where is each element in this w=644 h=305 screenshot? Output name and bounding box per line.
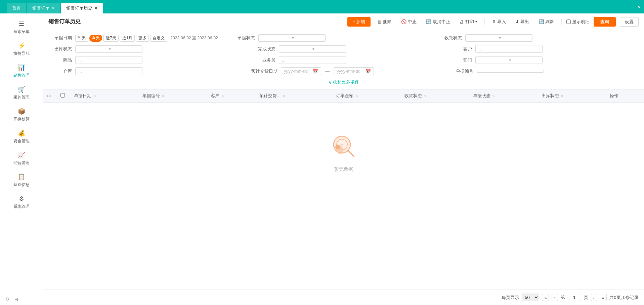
bill-number-input[interactable] [477, 70, 544, 73]
print-button[interactable]: 🖨 打印 ▾ [457, 17, 480, 26]
sidebar-item-search-menu[interactable]: ☰ 搜索菜单 [0, 16, 43, 38]
complete-status-label: 完成状态 [252, 46, 279, 52]
filter-area: 单据日期 昨天 今天 近7天 近1月 更多 自定义 2023-06-02 至 2… [43, 30, 644, 89]
warehouse-field: ... [75, 67, 237, 75]
sidebar-item-ops-mgmt[interactable]: 📈 经营管理 [0, 147, 43, 169]
sort-order-amount-icon: ⇅ [355, 94, 358, 98]
stop-button[interactable]: 🚫 中止 [398, 17, 419, 26]
th-delivery-date[interactable]: 预计交货... ⇅ [255, 89, 332, 103]
page-title: 销售订单历史 [48, 18, 347, 25]
th-bill-number[interactable]: 单据编号 ⇅ [138, 89, 207, 103]
th-customer[interactable]: 客户 ⇅ [207, 89, 255, 103]
salesperson-input[interactable]: ... [279, 56, 346, 64]
topbar-close-btn[interactable]: ✕ [637, 4, 641, 9]
bill-number-label: 单据编号 [450, 68, 477, 74]
sales-mgmt-icon: 📊 [18, 64, 25, 71]
date-btn-7days[interactable]: 近7天 [103, 35, 119, 42]
th-check[interactable] [56, 89, 70, 103]
department-select[interactable]: ▾ [475, 56, 543, 64]
customer-ellipsis[interactable]: ... [478, 46, 482, 51]
page-size-select[interactable]: 50 10 20 100 [522, 294, 539, 301]
product-ellipsis[interactable]: ... [78, 58, 82, 63]
cancel-stop-button[interactable]: 🔄 取消中止 [423, 17, 453, 26]
stop-icon: 🚫 [401, 19, 406, 24]
sidebar-item-sales-mgmt[interactable]: 📊 销售管理 [0, 60, 43, 82]
bill-status-select[interactable]: ▾ [258, 34, 326, 42]
inventory-check-icon: 📦 [18, 108, 25, 115]
sidebar-item-quick-nav[interactable]: ⚡ 快捷导航 [0, 38, 43, 60]
sidebar-item-purchase-mgmt[interactable]: 🛒 采购管理 [0, 82, 43, 104]
page-num-input[interactable] [568, 294, 581, 301]
prev-page-btn[interactable]: ‹ [552, 294, 558, 301]
export-icon: ⬇ [515, 19, 519, 24]
new-button[interactable]: + 新增 [347, 17, 371, 27]
delete-button[interactable]: 🗑 删除 [375, 17, 394, 26]
query-button[interactable]: 查询 [594, 17, 616, 27]
topbar-right: ✕ [637, 4, 644, 9]
date-btn-1month[interactable]: 近1月 [120, 35, 135, 42]
date-btn-custom[interactable]: 自定义 [150, 35, 167, 42]
sidebar-item-sys-mgmt[interactable]: ⚙ 系统管理 [0, 191, 43, 213]
sidebar-settings-icon[interactable]: ⚙ [5, 297, 9, 302]
th-setting[interactable]: ⚙ [43, 89, 56, 103]
th-delivery-date-label: 预计交货... [259, 93, 281, 98]
date-range-display: 2023-06-02 至 2023-06-02 [170, 35, 218, 41]
delivery-date-start[interactable]: yyyy-mm-dd 📅 [281, 67, 321, 75]
warehouse-ellipsis[interactable]: ... [78, 69, 82, 74]
out-status-label: 出库状态 [48, 46, 75, 52]
th-out-status[interactable]: 出库状态 ⇅ [538, 89, 606, 103]
display-detail-checkbox[interactable] [566, 20, 571, 24]
export-button[interactable]: ⬇ 导出 [513, 17, 532, 26]
sort-out-status-icon: ⇅ [561, 94, 563, 98]
sidebar-label-inventory-check: 库存核算 [13, 116, 30, 122]
filter-collapse[interactable]: ∧ 收起更多条件 [48, 78, 639, 86]
next-page-btn[interactable]: › [591, 294, 597, 301]
sort-payment-status-icon: ⇅ [424, 94, 427, 98]
payment-status-select[interactable]: ▾ [465, 34, 532, 42]
date-btn-today[interactable]: 今天 [89, 35, 102, 42]
sidebar-item-inventory-check[interactable]: 📦 库存核算 [0, 104, 43, 125]
topbar: 首页 销售订单 ✕ 销售订单历史 ✕ ✕ [0, 0, 644, 13]
th-bill-date-label: 单据日期 [74, 93, 91, 98]
sidebar-label-search-menu: 搜索菜单 [13, 29, 30, 35]
th-bill-status-label: 单据状态 [473, 93, 490, 98]
tab-sales-order-close[interactable]: ✕ [52, 6, 55, 10]
th-bill-date[interactable]: 单据日期 ⇅ [70, 89, 138, 103]
first-page-btn[interactable]: « [542, 294, 549, 301]
tab-sales-order-history-close[interactable]: ✕ [94, 6, 97, 10]
tab-sales-order[interactable]: 销售订单 ✕ [27, 3, 60, 13]
salesperson-ellipsis[interactable]: ... [282, 58, 286, 63]
settings-button[interactable]: 设置 [620, 17, 639, 27]
display-detail-checkbox-label[interactable]: 显示明细 [566, 19, 590, 25]
product-input[interactable]: ... [75, 56, 142, 64]
sidebar-item-fund-mgmt[interactable]: 💰 资金管理 [0, 125, 43, 147]
bill-status-label: 单据状态 [231, 35, 258, 41]
select-all-checkbox[interactable] [60, 93, 65, 98]
sidebar-label-ops-mgmt: 经营管理 [13, 160, 30, 166]
sidebar-item-basic-info[interactable]: 📋 基础信息 [0, 169, 43, 191]
filter-row-2: 出库状态 ▾ 完成状态 ▾ 客户 ... [48, 45, 639, 53]
th-order-amount[interactable]: 订单金额 ⇅ [332, 89, 400, 103]
sidebar-label-fund-mgmt: 资金管理 [13, 138, 30, 144]
refresh-button[interactable]: 🔃 刷新 [536, 17, 557, 26]
refresh-label: 刷新 [545, 19, 554, 25]
date-btn-yesterday[interactable]: 昨天 [75, 35, 88, 42]
delivery-date-end[interactable]: yyyy-mm-dd 📅 [334, 67, 374, 75]
th-payment-status[interactable]: 收款状态 ⇅ [400, 89, 469, 103]
sidebar-collapse-icon[interactable]: ◀ [15, 297, 18, 302]
svg-point-4 [335, 145, 340, 149]
date-btn-more[interactable]: 更多 [136, 35, 149, 42]
import-button[interactable]: ⬆ 导入 [489, 17, 509, 26]
calendar-start-icon[interactable]: 📅 [313, 69, 318, 74]
complete-status-field: ▾ [279, 45, 442, 53]
last-page-btn[interactable]: » [600, 294, 607, 301]
out-status-select[interactable]: ▾ [75, 45, 142, 53]
th-bill-status[interactable]: 单据状态 ⇅ [469, 89, 538, 103]
calendar-end-icon[interactable]: 📅 [366, 69, 371, 74]
tab-home[interactable]: 首页 [7, 3, 26, 13]
customer-label: 客户 [448, 46, 475, 52]
complete-status-select[interactable]: ▾ [279, 45, 346, 53]
tab-sales-order-history[interactable]: 销售订单历史 ✕ [61, 3, 103, 13]
customer-input[interactable]: ... [475, 45, 543, 53]
warehouse-input[interactable]: ... [75, 67, 142, 75]
